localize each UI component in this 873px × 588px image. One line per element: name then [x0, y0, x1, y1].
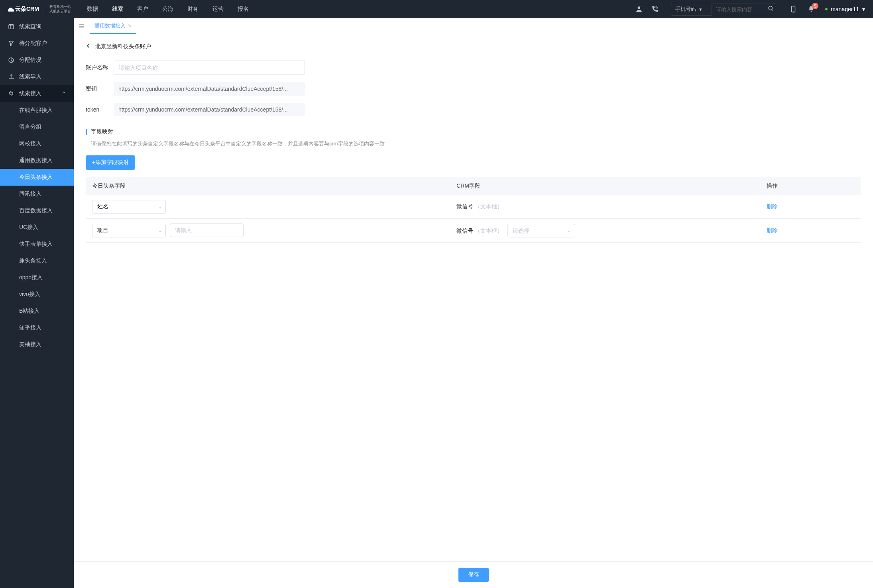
sidebar-item-label: UC接入: [19, 224, 38, 231]
account-name-input[interactable]: [114, 61, 305, 75]
sidebar-item[interactable]: 知乎接入: [0, 319, 74, 336]
logo-mark: 云朵CRM: [8, 4, 42, 14]
table-header-tt-field: 今日头条字段: [86, 177, 450, 195]
logo-subtitle: 教育机构一站 式服务云平台: [46, 5, 71, 14]
header-action-icons: [635, 5, 659, 13]
sidebar-item[interactable]: 线索查询: [0, 18, 74, 35]
sidebar-item[interactable]: UC接入: [0, 219, 74, 236]
token-input[interactable]: [114, 103, 305, 116]
filter-icon: [8, 40, 14, 47]
sidebar-item-label: 美柚接入: [19, 341, 41, 348]
search-type-select[interactable]: 手机号码 ▾: [671, 3, 712, 16]
sidebar-item-label: 今日头条接入: [19, 174, 53, 181]
sidebar-item[interactable]: 留言分组: [0, 119, 74, 135]
plug-icon: [8, 90, 14, 97]
status-dot-icon: [825, 8, 828, 10]
pie-icon: [8, 57, 14, 63]
sidebar-item-label: B站接入: [19, 308, 39, 315]
tab-label: 通用数据接入: [94, 22, 126, 29]
sidebar-item[interactable]: 快手表单接入: [0, 236, 74, 253]
sidebar-item[interactable]: 分配情况: [0, 52, 74, 69]
sidebar-item[interactable]: 通用数据接入: [0, 152, 74, 169]
sidebar-item-label: 在线客服接入: [19, 107, 53, 114]
table-row: ⌄微信号（文本框）删除: [86, 195, 861, 219]
sidebar-item-label: 通用数据接入: [19, 157, 53, 164]
token-label: token: [86, 106, 114, 113]
mapping-title-text: 字段映射: [91, 128, 113, 135]
sidebar-item[interactable]: 百度数据接入: [0, 202, 74, 219]
sidebar-item-label: 趣头条接入: [19, 257, 47, 265]
nav-item[interactable]: 财务: [187, 6, 199, 13]
nav-item[interactable]: 线索: [112, 6, 123, 13]
sidebar-item-label: 网校接入: [19, 140, 41, 147]
breadcrumb: 北京昱新科技头条账户: [86, 42, 861, 51]
delete-link[interactable]: 删除: [767, 227, 778, 233]
crm-field-type: （文本框）: [475, 227, 503, 234]
close-icon[interactable]: ×: [128, 22, 132, 29]
sidebar-item[interactable]: B站接入: [0, 303, 74, 319]
sidebar-item[interactable]: oppo接入: [0, 269, 74, 286]
user-menu[interactable]: manager11 ▾: [825, 6, 865, 12]
sidebar-item[interactable]: 趣头条接入: [0, 253, 74, 269]
notification-bell-icon[interactable]: 5: [807, 5, 815, 13]
nav-item[interactable]: 客户: [137, 6, 148, 13]
sidebar: 线索查询待分配客户分配情况线索导入线索接入⌃在线客服接入留言分组网校接入通用数据…: [0, 18, 74, 588]
tab-bar: 通用数据接入 ×: [74, 18, 873, 34]
chevron-down-icon: ▾: [862, 6, 865, 12]
sidebar-item-label: 百度数据接入: [19, 207, 53, 214]
search-icon[interactable]: [768, 6, 774, 13]
sidebar-item[interactable]: 网校接入: [0, 135, 74, 152]
top-header: 云朵CRM 教育机构一站 式服务云平台 数据线索客户公海财务运营报名 手机号码 …: [0, 0, 873, 18]
main-content: 通用数据接入 × 北京昱新科技头条账户 账户名称 密钥 token: [74, 18, 873, 588]
tab-item[interactable]: 通用数据接入 ×: [90, 18, 136, 34]
footer-bar: 保存: [74, 561, 873, 588]
sidebar-item-label: oppo接入: [19, 274, 43, 281]
save-button[interactable]: 保存: [458, 568, 489, 582]
sidebar-item[interactable]: 在线客服接入: [0, 102, 74, 119]
table-row: ⌄微信号（文本框） ⌄删除: [86, 219, 861, 243]
sidebar-item-label: 线索导入: [19, 73, 41, 80]
tt-field-extra-input[interactable]: [170, 223, 244, 237]
svg-point-2: [769, 6, 772, 10]
nav-items: 数据线索客户公海财务运营报名: [87, 6, 623, 13]
notification-badge: 5: [812, 3, 818, 9]
sidebar-item[interactable]: vivo接入: [0, 286, 74, 303]
search-type-label: 手机号码: [675, 6, 696, 13]
chevron-up-icon: ⌃: [62, 91, 66, 96]
page-title: 北京昱新科技头条账户: [95, 43, 151, 50]
secret-input[interactable]: [114, 82, 305, 96]
back-icon[interactable]: [86, 42, 91, 51]
sidebar-item-label: 知乎接入: [19, 324, 41, 331]
nav-item[interactable]: 数据: [87, 6, 98, 13]
list-icon: [8, 24, 14, 30]
add-field-mapping-button[interactable]: +添加字段映射: [86, 155, 135, 170]
crm-field-label: 微信号: [456, 227, 473, 234]
title-bar-icon: [86, 129, 87, 135]
tt-field-select[interactable]: ⌄: [92, 224, 166, 237]
nav-item[interactable]: 报名: [238, 6, 249, 13]
account-name-label: 账户名称: [86, 64, 114, 71]
sidebar-item[interactable]: 今日头条接入: [0, 169, 74, 186]
sidebar-item[interactable]: 腾讯接入: [0, 186, 74, 202]
crm-field-select[interactable]: ⌄: [507, 224, 575, 237]
sidebar-item[interactable]: 美柚接入: [0, 336, 74, 353]
header-right: 5 manager11 ▾: [789, 5, 865, 13]
mobile-icon[interactable]: [789, 5, 797, 13]
search-group: 手机号码 ▾: [671, 3, 777, 16]
delete-link[interactable]: 删除: [767, 203, 778, 210]
sidebar-item-label: vivo接入: [19, 291, 40, 298]
user-add-icon[interactable]: [635, 5, 643, 13]
logo: 云朵CRM 教育机构一站 式服务云平台: [8, 4, 71, 14]
sidebar-item-label: 待分配客户: [19, 40, 47, 47]
sidebar-item[interactable]: 线索接入⌃: [0, 85, 74, 102]
tt-field-select[interactable]: ⌄: [92, 200, 166, 214]
phone-icon[interactable]: [651, 5, 659, 13]
sidebar-item[interactable]: 待分配客户: [0, 35, 74, 52]
sidebar-item[interactable]: 线索导入: [0, 69, 74, 85]
secret-label: 密钥: [86, 85, 114, 92]
nav-item[interactable]: 公海: [162, 6, 173, 13]
chevron-down-icon: ▾: [699, 6, 702, 12]
collapse-menu-icon[interactable]: [78, 22, 86, 30]
nav-item[interactable]: 运营: [212, 6, 224, 13]
svg-rect-4: [9, 25, 14, 29]
